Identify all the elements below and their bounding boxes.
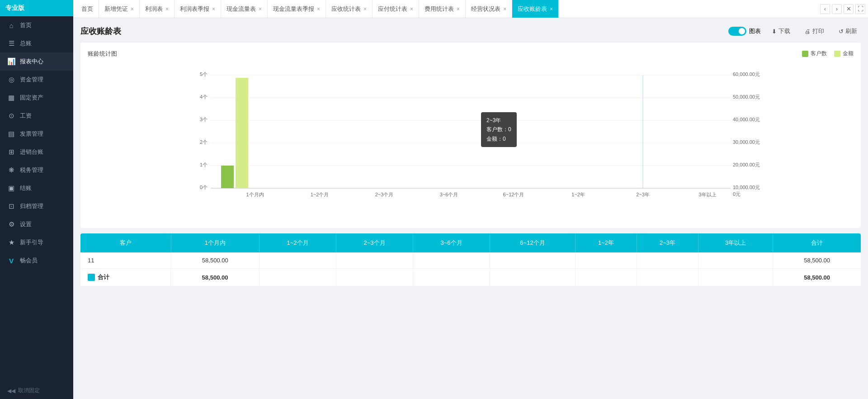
sidebar-item-guide[interactable]: ★ 新手引导 xyxy=(0,233,73,252)
summary-m8 xyxy=(698,269,773,286)
closing-icon: ▣ xyxy=(7,184,15,192)
svg-text:50,000.00元: 50,000.00元 xyxy=(733,94,760,100)
svg-text:1个: 1个 xyxy=(200,162,208,167)
main-content: 首页 新增凭证 × 利润表 × 利润表季报 × 现金流量表 × 现金流量表季报 … xyxy=(73,0,868,399)
col-m4: 3~6个月 xyxy=(413,233,490,252)
tab-close-all-btn[interactable]: ✕ xyxy=(844,4,854,14)
col-m3: 2~3个月 xyxy=(336,233,413,252)
sidebar-item-salary[interactable]: ⊙ 工资 xyxy=(0,107,73,125)
sidebar-logo: 专业版 xyxy=(0,0,73,16)
svg-text:3~6个月: 3~6个月 xyxy=(440,192,458,197)
tab-close-cashflow[interactable]: × xyxy=(259,6,262,12)
tab-close-profit[interactable]: × xyxy=(165,6,169,12)
summary-total: 58,500.00 xyxy=(773,269,861,286)
tab-close-receivable-stats[interactable]: × xyxy=(363,6,367,12)
sidebar-item-reports[interactable]: 📊 报表中心 xyxy=(0,52,73,71)
sidebar-item-home[interactable]: ⌂ 首页 xyxy=(0,16,73,34)
chart-container: 账龄统计图 客户数 金额 5个 4个 3个 2个 1个 xyxy=(80,43,861,228)
sidebar-item-archive[interactable]: ⊡ 归档管理 xyxy=(0,197,73,215)
col-customer: 客户 xyxy=(80,233,171,252)
summary-m2 xyxy=(259,269,336,286)
download-icon: ⬇ xyxy=(772,28,777,35)
tab-expense-stats[interactable]: 费用统计表 × xyxy=(419,0,466,18)
cell-m7 xyxy=(637,252,698,269)
tab-close-expense-stats[interactable]: × xyxy=(457,6,460,12)
ledger-icon: ☰ xyxy=(7,39,15,48)
chart-toggle[interactable]: 图表 xyxy=(728,27,761,36)
sidebar-item-settings[interactable]: ⚙ 设置 xyxy=(0,215,73,233)
tab-close-new-voucher[interactable]: × xyxy=(131,6,134,12)
col-m6: 1~2年 xyxy=(575,233,637,252)
tab-business-status[interactable]: 经营状况表 × xyxy=(466,0,512,18)
chart-svg: 5个 4个 3个 2个 1个 0个 60,000.00元 50,000.00元 … xyxy=(88,62,854,216)
summary-m5 xyxy=(490,269,576,286)
svg-text:2~3年: 2~3年 xyxy=(636,192,650,197)
col-m8: 3年以上 xyxy=(698,233,773,252)
print-btn[interactable]: 🖨 打印 xyxy=(801,25,828,37)
sidebar-pin-toggle[interactable]: ◀◀ 取消固定 xyxy=(0,382,73,399)
tab-receivable-stats[interactable]: 应收统计表 × xyxy=(326,0,373,18)
tax-icon: ❋ xyxy=(7,166,15,174)
table-row: 11 58,500.00 58,500.00 xyxy=(80,252,861,269)
data-table: 客户 1个月内 1~2个月 2~3个月 3~6个月 6~12个月 1~2年 2~… xyxy=(80,233,861,286)
toggle-label: 图表 xyxy=(749,27,761,35)
bar-amount-0 xyxy=(236,78,248,188)
tab-close-profit-quarterly[interactable]: × xyxy=(212,6,215,12)
download-btn[interactable]: ⬇ 下载 xyxy=(768,25,794,37)
page-title: 应收账龄表 xyxy=(80,26,121,37)
chart-legend: 客户数 金额 xyxy=(802,50,854,57)
tab-cashflow-quarterly[interactable]: 现金流量表季报 × xyxy=(268,0,326,18)
tab-next-btn[interactable]: › xyxy=(832,4,842,14)
sidebar-item-funds[interactable]: ◎ 资金管理 xyxy=(0,71,73,89)
refresh-icon: ↺ xyxy=(839,28,844,35)
sidebar-item-ledger[interactable]: ☰ 总账 xyxy=(0,34,73,52)
tab-receivable-aging[interactable]: 应收账龄表 × xyxy=(512,0,558,18)
svg-text:40,000.00元: 40,000.00元 xyxy=(733,117,760,122)
tab-bar: 首页 新增凭证 × 利润表 × 利润表季报 × 现金流量表 × 现金流量表季报 … xyxy=(73,0,868,18)
chart-svg-wrapper: 5个 4个 3个 2个 1个 0个 60,000.00元 50,000.00元 … xyxy=(88,62,854,221)
guide-icon: ★ xyxy=(7,238,15,247)
sidebar-item-vip[interactable]: V 畅会员 xyxy=(0,252,73,270)
page-content-area: 应收账龄表 图表 ⬇ 下载 🖨 打印 ↺ 刷新 xyxy=(73,18,868,399)
tab-close-cashflow-quarterly[interactable]: × xyxy=(317,6,320,12)
svg-text:1~2个月: 1~2个月 xyxy=(311,192,329,197)
page-header: 应收账龄表 图表 ⬇ 下载 🖨 打印 ↺ 刷新 xyxy=(80,25,861,37)
archive-icon: ⊡ xyxy=(7,202,15,210)
sidebar-item-invoice[interactable]: ▤ 发票管理 xyxy=(0,125,73,143)
tab-home[interactable]: 首页 xyxy=(76,0,99,18)
svg-text:3个: 3个 xyxy=(200,117,208,122)
summary-icon xyxy=(88,274,95,281)
svg-text:0个: 0个 xyxy=(200,185,208,190)
svg-text:6~12个月: 6~12个月 xyxy=(503,192,524,197)
tab-fullscreen-btn[interactable]: ⛶ xyxy=(855,4,865,14)
legend-customers: 客户数 xyxy=(802,50,827,57)
summary-m7 xyxy=(637,269,698,286)
col-total: 合计 xyxy=(773,233,861,252)
legend-dot-customers xyxy=(802,51,808,57)
sidebar-item-purchase[interactable]: ⊞ 进销台账 xyxy=(0,143,73,161)
tab-close-business-status[interactable]: × xyxy=(503,6,506,12)
tab-navigation: ‹ › ✕ ⛶ xyxy=(816,4,865,14)
tab-payable-stats[interactable]: 应付统计表 × xyxy=(373,0,419,18)
home-icon: ⌂ xyxy=(7,22,15,29)
tab-profit[interactable]: 利润表 × xyxy=(140,0,175,18)
summary-row: 合计 58,500.00 58,500.00 xyxy=(80,269,861,286)
refresh-btn[interactable]: ↺ 刷新 xyxy=(835,25,861,37)
invoice-icon: ▤ xyxy=(7,130,15,138)
tab-close-payable-stats[interactable]: × xyxy=(410,6,413,12)
toggle-knob[interactable] xyxy=(728,27,746,36)
cell-m6 xyxy=(575,252,637,269)
tab-cashflow[interactable]: 现金流量表 × xyxy=(221,0,268,18)
cell-m1: 58,500.00 xyxy=(171,252,259,269)
tab-prev-btn[interactable]: ‹ xyxy=(820,4,830,14)
summary-m4 xyxy=(413,269,490,286)
sidebar-item-assets[interactable]: ▦ 固定资产 xyxy=(0,89,73,107)
tab-close-receivable-aging[interactable]: × xyxy=(550,6,553,12)
tab-profit-quarterly[interactable]: 利润表季报 × xyxy=(175,0,221,18)
svg-text:30,000.00元: 30,000.00元 xyxy=(733,139,760,145)
tab-new-voucher[interactable]: 新增凭证 × xyxy=(99,0,140,18)
page-actions: 图表 ⬇ 下载 🖨 打印 ↺ 刷新 xyxy=(728,25,861,37)
sidebar-item-tax[interactable]: ❋ 税务管理 xyxy=(0,161,73,179)
sidebar-item-closing[interactable]: ▣ 结账 xyxy=(0,179,73,197)
purchase-icon: ⊞ xyxy=(7,148,15,156)
